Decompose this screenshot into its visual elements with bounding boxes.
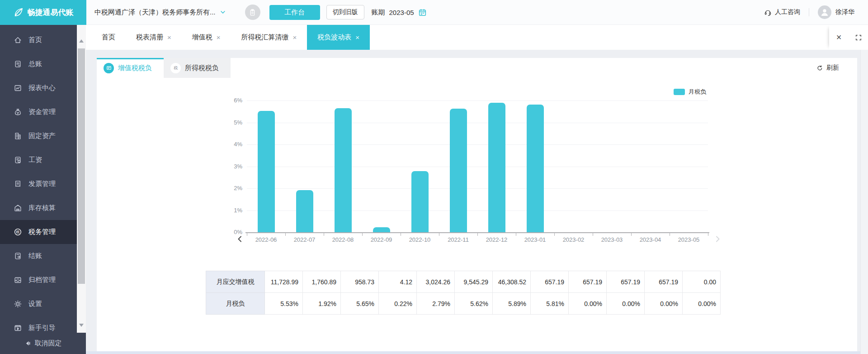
tab-home[interactable]: 首页 <box>91 25 126 50</box>
table-cell: 0.00% <box>607 293 645 315</box>
sidebar-item-label: 工资 <box>28 156 42 164</box>
x-axis-category-label: 2022-08 <box>324 236 362 243</box>
x-axis-tick <box>516 233 516 236</box>
horizontal-scrollbar[interactable] <box>86 351 860 354</box>
close-tab-icon[interactable]: × <box>167 34 171 41</box>
sidebar-item-home[interactable]: 首页 <box>0 28 86 52</box>
user-name: 徐泽华 <box>835 8 854 16</box>
y-axis-tick-label: 5% <box>222 119 242 126</box>
sidebar-item-closing[interactable]: 结账 <box>0 244 86 268</box>
workbench-button[interactable]: 工作台 <box>269 5 320 20</box>
sidebar-scrollbar-thumb[interactable] <box>78 48 85 284</box>
close-all-tabs-button[interactable]: × <box>829 25 849 50</box>
sidebar-item-general-ledger[interactable]: 总账 <box>0 52 86 76</box>
report-icon <box>14 84 22 92</box>
legend-item[interactable]: 月税负 <box>674 88 706 96</box>
tab-tax-register[interactable]: 税表清册× <box>126 25 182 50</box>
table-cell: 657.19 <box>645 271 683 293</box>
sidebar-item-settings[interactable]: 设置 <box>0 292 86 316</box>
tax-burden-chart: 月税负0%1%2%3%4%5%6%2022-062022-072022-0820… <box>97 78 857 254</box>
avatar <box>818 5 831 19</box>
table-cell: 0.00% <box>569 293 607 315</box>
table-cell: 9,545.29 <box>455 271 493 293</box>
bar-2022-10 <box>411 171 429 232</box>
x-axis-tick <box>593 233 593 236</box>
ledger-icon <box>14 60 22 68</box>
scroll-down-arrow-icon[interactable] <box>77 324 86 329</box>
refresh-label: 刷新 <box>826 64 839 72</box>
unpin-sidebar-button[interactable]: 取消固定 <box>0 333 86 354</box>
x-axis-category-label: 2022-10 <box>401 236 439 243</box>
sidebar-item-label: 归档管理 <box>28 276 56 284</box>
vertical-scrollbar-track[interactable] <box>860 50 868 354</box>
sidebar-item-label: 资金管理 <box>28 108 56 116</box>
gridline <box>247 100 708 101</box>
tax-badge-icon <box>104 63 114 73</box>
user-menu[interactable]: 徐泽华 <box>818 5 854 19</box>
company-selector[interactable]: 中税网通广泽（天津）税务师事务所有... <box>94 8 226 17</box>
sidebar-item-fixed-assets[interactable]: 固定资产 <box>0 124 86 148</box>
support-link[interactable]: 人工咨询 <box>764 8 800 16</box>
table-row: 月税负5.53%1.92%5.65%0.22%2.79%5.62%5.89%5.… <box>206 293 721 315</box>
notice-clipboard-icon[interactable] <box>245 5 260 20</box>
switch-old-version-button[interactable]: 切到旧版 <box>326 5 364 19</box>
period-label: 账期 <box>372 8 385 17</box>
tab-tax-burden-fluctuation[interactable]: 税负波动表× <box>307 25 370 50</box>
subtab-label: 所得税税负 <box>185 64 219 72</box>
legend-label: 月税负 <box>689 88 706 96</box>
tab-income-tax-settlement[interactable]: 所得税汇算清缴× <box>231 25 307 50</box>
period-value[interactable]: 2023-05 <box>389 9 414 16</box>
table-cell: 1.92% <box>303 293 341 315</box>
accounting-period: 账期 2023-05 <box>372 8 427 17</box>
table-cell: 657.19 <box>607 271 645 293</box>
sidebar-item-report-center[interactable]: 报表中心 <box>0 76 86 100</box>
tab-label: 增值税 <box>192 33 212 42</box>
table-cell: 0.00% <box>645 293 683 315</box>
subtab-vat-burden[interactable]: 增值税税负 <box>97 58 164 78</box>
table-cell: 657.19 <box>531 271 569 293</box>
subtab-income-tax-burden[interactable]: 税所得税税负 <box>164 58 231 78</box>
bar-2022-12 <box>488 103 505 232</box>
close-tab-icon[interactable]: × <box>293 34 297 41</box>
y-axis-tick-label: 3% <box>222 163 242 170</box>
content-area: 增值税税负税所得税税负刷新 月税负0%1%2%3%4%5%6%2022-0620… <box>86 50 868 354</box>
x-axis-tick <box>324 233 324 236</box>
sidebar-item-label: 固定资产 <box>28 132 56 140</box>
calendar-icon[interactable] <box>418 8 427 17</box>
sidebar-item-inventory[interactable]: 库存核算 <box>0 196 86 220</box>
y-axis-tick-label: 2% <box>222 185 242 191</box>
scroll-up-arrow-icon[interactable] <box>77 39 86 45</box>
sidebar-item-funds[interactable]: 资金管理 <box>0 100 86 124</box>
table-cell: 0.00 <box>683 271 721 293</box>
chart-next-button[interactable] <box>713 235 722 245</box>
refresh-button[interactable]: 刷新 <box>816 58 839 78</box>
archive-icon <box>14 276 22 284</box>
sidebar-item-invoice[interactable]: 发票管理 <box>0 172 86 196</box>
table-cell: 11,728.99 <box>265 271 303 293</box>
close-tab-icon[interactable]: × <box>355 34 359 41</box>
home-icon <box>14 36 22 44</box>
tab-label: 税负波动表 <box>317 33 351 42</box>
close-tab-icon[interactable]: × <box>217 34 221 41</box>
sidebar-item-archive[interactable]: 归档管理 <box>0 268 86 292</box>
chart-prev-button[interactable] <box>236 235 245 245</box>
x-axis-tick <box>708 233 708 236</box>
bar-2022-06 <box>258 111 275 232</box>
x-axis-category-label: 2023-05 <box>670 236 708 243</box>
fullscreen-button[interactable] <box>849 25 868 50</box>
sidebar-item-label: 发票管理 <box>28 180 56 188</box>
sidebar-item-tax[interactable]: 税税务管理 <box>0 220 86 244</box>
sidebar-item-salary[interactable]: 工资 <box>0 148 86 172</box>
tab-vat[interactable]: 增值税× <box>182 25 231 50</box>
chevron-down-icon <box>220 9 226 15</box>
x-axis-tick <box>670 233 670 236</box>
svg-text:税: 税 <box>16 230 20 234</box>
sidebar-item-label: 设置 <box>28 300 42 308</box>
table-row: 月应交增值税11,728.991,760.89958.734.123,024.2… <box>206 271 721 293</box>
tab-label: 所得税汇算清缴 <box>241 33 289 42</box>
fullscreen-icon <box>855 34 862 41</box>
bar-2022-11 <box>450 109 467 232</box>
x-axis-tick <box>439 233 439 236</box>
salary-icon <box>14 156 22 164</box>
x-axis-category-label: 2022-11 <box>439 236 477 243</box>
